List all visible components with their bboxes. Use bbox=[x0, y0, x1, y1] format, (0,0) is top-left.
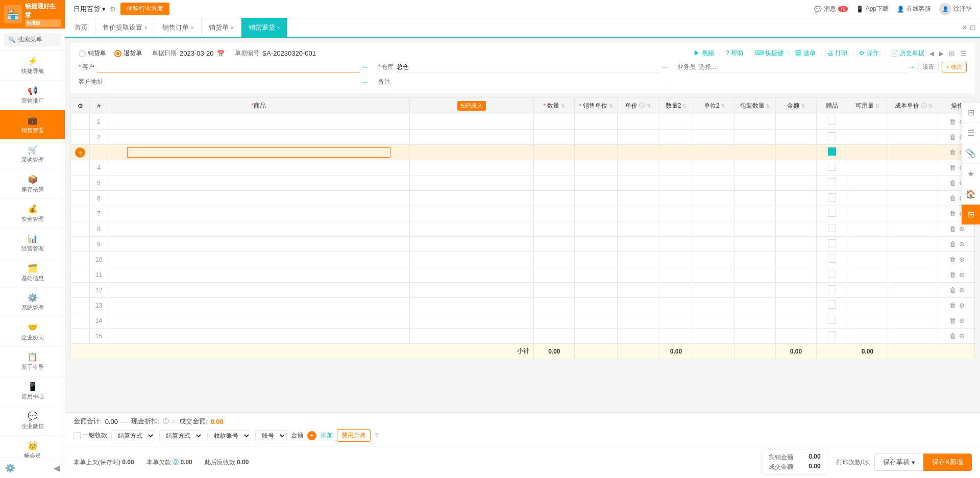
unit2-sort-icon[interactable]: ⇅ bbox=[721, 103, 725, 109]
sidebar-item-enterprise-wx[interactable]: 💬 企业微信 bbox=[0, 406, 65, 436]
product-input-3[interactable] bbox=[127, 147, 390, 158]
td-product-15[interactable] bbox=[108, 329, 410, 344]
delete-row-5-button[interactable]: 🗑 bbox=[949, 179, 956, 187]
rft-item-5[interactable]: 🏠 bbox=[962, 184, 980, 205]
account-number-select[interactable]: 账号 bbox=[255, 430, 287, 441]
gift-checkbox-4[interactable] bbox=[828, 163, 836, 171]
delete-row-8-button[interactable]: 🗑 bbox=[949, 225, 956, 233]
account-select[interactable]: 收款账号 bbox=[207, 430, 251, 441]
price-info-icon[interactable]: ⓘ bbox=[639, 102, 645, 110]
th-barcode[interactable]: 扫码录入 bbox=[409, 98, 534, 114]
tab-sales-delivery-close[interactable]: × bbox=[231, 25, 234, 31]
td-gear-3[interactable]: + bbox=[71, 145, 90, 160]
copy-row-15-button[interactable]: ⊕ bbox=[959, 332, 965, 340]
action-select[interactable]: ☰ 选单 bbox=[795, 49, 815, 58]
tab-price-setting[interactable]: 售价提取设置 × bbox=[95, 18, 155, 37]
staff-input[interactable] bbox=[699, 62, 906, 72]
td-product-11[interactable] bbox=[108, 267, 410, 283]
save-draft-button[interactable]: 保存草稿 ▾ bbox=[874, 454, 923, 471]
price-sort-icon[interactable]: ⇅ bbox=[647, 103, 651, 109]
gift-checkbox-11[interactable] bbox=[828, 270, 836, 278]
gift-checkbox-9[interactable] bbox=[828, 239, 836, 247]
prev-record-button[interactable]: ◀ bbox=[929, 50, 934, 57]
delete-row-6-button[interactable]: 🗑 bbox=[949, 194, 956, 202]
sidebar-item-basic[interactable]: 🗂️ 基础信息 bbox=[0, 258, 65, 288]
customer-input[interactable] bbox=[97, 62, 360, 72]
sidebar-item-app-center[interactable]: 📱 应用中心 bbox=[0, 376, 65, 406]
tab-home[interactable]: 首页 bbox=[67, 18, 95, 37]
th-gear[interactable]: ⚙ bbox=[71, 98, 90, 114]
td-product-13[interactable] bbox=[108, 298, 410, 313]
action-video[interactable]: ▶ 视频 bbox=[694, 49, 714, 58]
copy-row-14-button[interactable]: ⊕ bbox=[959, 317, 965, 324]
gift-checkbox-8[interactable] bbox=[828, 224, 836, 232]
sidebar-item-member[interactable]: 👑 畅会员 bbox=[0, 436, 65, 458]
expense-split-button[interactable]: 费用分摊 bbox=[337, 429, 371, 442]
remark-input[interactable] bbox=[394, 77, 668, 87]
expand-tabs-button[interactable]: ⊡ bbox=[970, 23, 976, 32]
rft-item-6[interactable]: ⊞ bbox=[962, 205, 980, 224]
amount-sort-icon[interactable]: ⇅ bbox=[801, 103, 805, 109]
tab-price-setting-close[interactable]: × bbox=[144, 25, 148, 31]
gift-checkbox-6[interactable] bbox=[828, 193, 836, 202]
td-product-5[interactable] bbox=[108, 175, 410, 191]
one-click-collect-checkbox[interactable]: 一键收款 bbox=[74, 431, 107, 440]
warehouse-select-button[interactable]: ··· bbox=[662, 64, 667, 71]
cost-sort-icon[interactable]: ⇅ bbox=[928, 103, 933, 109]
td-gift-1[interactable] bbox=[817, 114, 847, 130]
td-product-12[interactable] bbox=[108, 283, 410, 298]
sidebar-item-finance[interactable]: 💰 资金管理 bbox=[0, 199, 65, 229]
save-new-button[interactable]: 保存&新增 bbox=[923, 454, 972, 471]
tab-sales-order[interactable]: 销售订单 × bbox=[155, 18, 202, 37]
nav-selector[interactable]: 日用百货 ▾ bbox=[74, 5, 106, 14]
copy-row-12-button[interactable]: ⊕ bbox=[959, 286, 965, 294]
copy-row-13-button[interactable]: ⊕ bbox=[959, 301, 965, 309]
td-product-2[interactable] bbox=[108, 130, 410, 145]
sidebar-item-cooperation[interactable]: 🤝 企业协同 bbox=[0, 317, 65, 347]
delete-row-14-button[interactable]: 🗑 bbox=[949, 317, 956, 324]
save-draft-dropdown-icon[interactable]: ▾ bbox=[912, 459, 915, 466]
gift-checkbox-12[interactable] bbox=[828, 285, 836, 293]
gift-checkbox-7[interactable] bbox=[828, 209, 836, 217]
td-product-10[interactable] bbox=[108, 252, 410, 267]
copy-row-8-button[interactable]: ⊕ bbox=[959, 225, 965, 233]
tab-sales-order-close[interactable]: × bbox=[191, 25, 194, 31]
pkg-sort-icon[interactable]: ⇅ bbox=[766, 103, 770, 109]
td-unit-2[interactable] bbox=[575, 130, 618, 145]
delete-row-13-button[interactable]: 🗑 bbox=[949, 301, 956, 309]
calculation-method-select[interactable]: 结算方式 bbox=[159, 430, 203, 441]
next-record-button[interactable]: ▶ bbox=[939, 50, 944, 57]
td-product-1[interactable] bbox=[108, 114, 410, 130]
list-view-button[interactable]: ☰ bbox=[960, 49, 967, 58]
user-profile-button[interactable]: 👤 徐泽华 bbox=[939, 3, 972, 15]
action-print[interactable]: 🖨 打印 bbox=[827, 49, 847, 58]
staff-select-button[interactable]: ··· bbox=[910, 64, 915, 71]
sidebar-item-system[interactable]: ⚙️ 系统管理 bbox=[0, 288, 65, 317]
delete-row-4-button[interactable]: 🗑 bbox=[949, 164, 956, 171]
sidebar-item-sales[interactable]: 💼 销售管理 bbox=[0, 110, 65, 140]
sidebar-item-marketing[interactable]: 📢 营销推广 bbox=[0, 81, 65, 110]
action-help[interactable]: ? 帮助 bbox=[726, 49, 743, 58]
td-price-2[interactable] bbox=[618, 130, 658, 145]
tab-sales-delivery[interactable]: 销货单 × bbox=[202, 18, 241, 37]
action-operations[interactable]: ⚙ 操作 bbox=[859, 49, 878, 58]
online-service-button[interactable]: 👤 在线客服 bbox=[897, 5, 931, 13]
rft-item-1[interactable]: ⊞ bbox=[962, 103, 980, 123]
td-product-6[interactable] bbox=[108, 191, 410, 206]
td-qty-1[interactable] bbox=[534, 114, 575, 130]
address-select-button[interactable]: ··· bbox=[363, 79, 368, 86]
td-unit-1[interactable] bbox=[575, 114, 618, 130]
delete-row-10-button[interactable]: 🗑 bbox=[949, 256, 956, 263]
logistics-button[interactable]: + 物流 bbox=[942, 62, 967, 72]
delete-row-12-button[interactable]: 🗑 bbox=[949, 286, 956, 294]
grid-view-button[interactable]: ⊞ bbox=[949, 49, 955, 58]
discount-info-icon[interactable]: ⓘ bbox=[163, 417, 169, 426]
sidebar-item-operations[interactable]: 📊 经营管理 bbox=[0, 229, 65, 258]
radio-return[interactable]: 退货单 bbox=[114, 49, 142, 58]
td-qty2-1[interactable] bbox=[658, 114, 694, 130]
add-row-button[interactable]: + bbox=[75, 147, 85, 158]
delete-row-15-button[interactable]: 🗑 bbox=[949, 332, 956, 340]
gift-checkbox-10[interactable] bbox=[828, 255, 836, 263]
address-input[interactable] bbox=[106, 77, 360, 87]
delete-row-3-button[interactable]: 🗑 bbox=[949, 148, 956, 156]
